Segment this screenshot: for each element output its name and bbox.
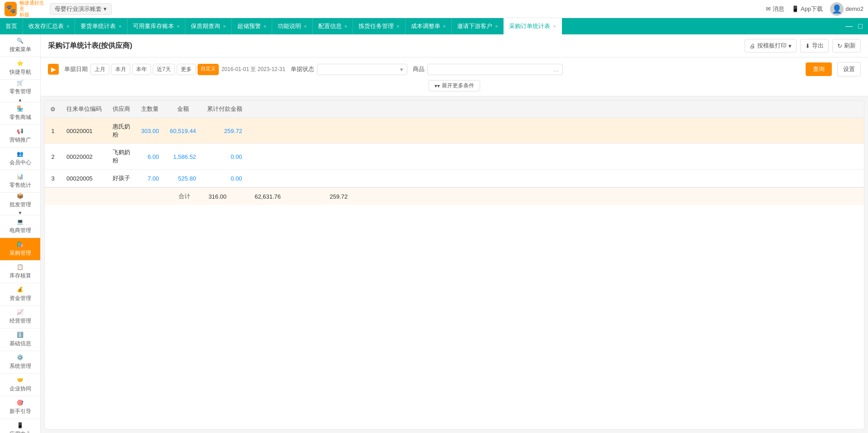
- row-amount[interactable]: 1,586.52: [165, 144, 202, 170]
- export-button[interactable]: ⬇ 导出: [800, 39, 829, 52]
- date-btn-7days[interactable]: 近7天: [153, 64, 175, 75]
- goods-input[interactable]: [431, 66, 551, 73]
- data-table: ⚙ 往来单位编码 供应商 主数量 金额 累计付款金额 1 00020001 惠氏…: [45, 100, 864, 187]
- sidebar-item-retail[interactable]: 🛒 零售管理 ▲: [0, 80, 40, 102]
- tab-baozhi[interactable]: 保质期查询 ×: [185, 18, 231, 34]
- sidebar-item-basic[interactable]: ℹ️ 基础信息: [0, 328, 40, 351]
- tab-yaoqing[interactable]: 邀请下游客户 ×: [452, 18, 504, 34]
- mobile-icon: 📱: [17, 422, 24, 428]
- table-row[interactable]: 1 00020001 惠氏奶粉 303.00 60,519.44 259.72: [45, 118, 864, 144]
- workspace-selector[interactable]: 母婴行业演示账套 ▾: [50, 3, 112, 15]
- table-row[interactable]: 3 00020005 好孩子 7.00 525.80 0.00: [45, 170, 864, 187]
- tab-caigou-active[interactable]: 采购订单统计表 ×: [504, 18, 561, 34]
- row-paid[interactable]: 259.72: [202, 118, 248, 144]
- maximize-icon[interactable]: □: [856, 22, 864, 30]
- sidebar-item-operation[interactable]: 📈 经营管理: [0, 306, 40, 328]
- sidebar-item-wholesale[interactable]: 📦 批发管理 ▼: [0, 193, 40, 215]
- user-menu[interactable]: 👤 demo2: [830, 2, 863, 16]
- expand-more-button[interactable]: ▾▾ 展开更多条件: [429, 80, 480, 91]
- date-btn-thismonth[interactable]: 本月: [111, 64, 130, 75]
- sidebar-item-system[interactable]: ⚙️ 系统管理: [0, 351, 40, 374]
- close-icon[interactable]: ×: [304, 24, 307, 29]
- row-extra: [248, 144, 864, 170]
- close-icon[interactable]: ×: [223, 24, 226, 29]
- sidebar-item-marketing[interactable]: 📢 营销推广: [0, 125, 40, 148]
- close-icon[interactable]: ×: [443, 24, 446, 29]
- tab-keyongliang[interactable]: 可用量库存账本 ×: [127, 18, 185, 34]
- row-paid[interactable]: 0.00: [202, 144, 248, 170]
- tab-chengben[interactable]: 成本调整单 ×: [406, 18, 452, 34]
- sidebar-item-ecommerce[interactable]: 💻 电商管理: [0, 215, 40, 238]
- close-icon[interactable]: ×: [495, 24, 498, 29]
- refresh-button[interactable]: ↻ 刷新: [832, 39, 861, 52]
- col-settings[interactable]: ⚙: [45, 100, 61, 118]
- close-icon[interactable]: ×: [344, 24, 347, 29]
- row-qty[interactable]: 303.00: [136, 118, 165, 144]
- tab-gongneng[interactable]: 功能说明 ×: [272, 18, 312, 34]
- col-code: 往来单位编码: [61, 100, 107, 118]
- avatar: 👤: [830, 2, 844, 16]
- close-icon[interactable]: ×: [118, 24, 121, 29]
- sidebar-item-retail-stat[interactable]: 📊 零售统计: [0, 170, 40, 193]
- row-amount[interactable]: 525.80: [165, 170, 202, 187]
- tab-jianhuo[interactable]: 拣货任务管理 ×: [353, 18, 405, 34]
- message-button[interactable]: ✉ 消息: [766, 5, 784, 13]
- export-icon: ⬇: [805, 43, 810, 49]
- close-icon[interactable]: ×: [177, 24, 179, 29]
- sidebar-item-inventory[interactable]: 📋 库存核算: [0, 261, 40, 283]
- logo-text: 畅捷通好生意 标版: [19, 0, 45, 18]
- close-icon[interactable]: ×: [396, 24, 399, 29]
- sidebar-item-corp[interactable]: 🤝 企业协同: [0, 374, 40, 396]
- sidebar-item-guide[interactable]: 🎯 新手引导: [0, 396, 40, 419]
- chart-icon: 📊: [17, 173, 24, 180]
- date-btn-thisyear[interactable]: 本年: [132, 64, 151, 75]
- tab-yaohuo[interactable]: 要货单统计表 ×: [75, 18, 127, 34]
- col-paid: 累计付款金额: [202, 100, 248, 118]
- row-paid[interactable]: 0.00: [202, 170, 248, 187]
- settings-button[interactable]: 设置: [837, 62, 861, 76]
- expand-icon: ▼: [18, 210, 23, 215]
- sidebar-item-search[interactable]: 🔍 搜索菜单: [0, 34, 40, 57]
- row-qty[interactable]: 6.00: [136, 144, 165, 170]
- chevron-down-icon: ▾: [400, 66, 403, 73]
- row-supplier: 惠氏奶粉: [107, 118, 136, 144]
- tab-shofazun[interactable]: 收发存汇总表 ×: [23, 18, 75, 34]
- sidebar-item-quicknav[interactable]: ⭐ 快捷导航: [0, 57, 40, 80]
- info-icon: ℹ️: [17, 332, 24, 338]
- sidebar-item-appstore[interactable]: 📱 应用中心: [0, 419, 40, 433]
- search-button[interactable]: 查询: [806, 62, 832, 76]
- sidebar-item-purchase[interactable]: 🛍️ 采购管理: [0, 238, 40, 261]
- status-filter-group: 单据状态 ▾: [291, 64, 407, 75]
- row-qty[interactable]: 7.00: [136, 170, 165, 187]
- row-amount[interactable]: 60,519.44: [165, 118, 202, 144]
- date-btn-more[interactable]: 更多: [177, 64, 196, 75]
- close-icon[interactable]: ×: [66, 24, 69, 29]
- row-index: 2: [45, 144, 61, 170]
- date-range: 2016-01-01 至 2023-12-31: [222, 66, 285, 73]
- tab-chaochuyujing[interactable]: 超储预警 ×: [232, 18, 272, 34]
- settings-icon[interactable]: ⚙: [50, 106, 56, 113]
- cart-icon: 🛒: [17, 80, 24, 86]
- app-download-button[interactable]: 📱 App下载: [792, 5, 823, 13]
- people-icon: 👥: [17, 151, 24, 157]
- expand-more-row: ▾▾ 展开更多条件: [48, 80, 861, 91]
- tab-peizhi[interactable]: 配置信息 ×: [313, 18, 353, 34]
- date-btn-lastmonth[interactable]: 上月: [90, 64, 109, 75]
- minimize-icon[interactable]: —: [844, 22, 854, 30]
- sidebar-item-finance[interactable]: 💰 资金管理: [0, 283, 40, 306]
- col-extra: [248, 100, 864, 118]
- close-icon[interactable]: ×: [264, 24, 266, 29]
- status-select[interactable]: ▾: [317, 64, 407, 75]
- close-icon[interactable]: ×: [553, 24, 556, 29]
- laptop-icon: 💻: [17, 219, 24, 225]
- print-button[interactable]: 🖨 按模板打印 ▾: [745, 39, 797, 52]
- date-buttons: 上月 本月 本年 近7天 更多 自定义: [90, 64, 219, 75]
- sidebar-item-mall[interactable]: 🏪 零售商城: [0, 102, 40, 125]
- sidebar-item-member[interactable]: 👥 会员中心: [0, 148, 40, 170]
- logo-icon: 🐾: [5, 2, 17, 16]
- table-row[interactable]: 2 00020002 飞鹤奶粉 6.00 1,586.52 0.00: [45, 144, 864, 170]
- filter-toggle-button[interactable]: ▶: [48, 64, 59, 75]
- row-code: 00020001: [61, 118, 107, 144]
- top-bar-right: ✉ 消息 📱 App下载 👤 demo2: [766, 2, 863, 16]
- tab-home[interactable]: 首页: [0, 18, 23, 34]
